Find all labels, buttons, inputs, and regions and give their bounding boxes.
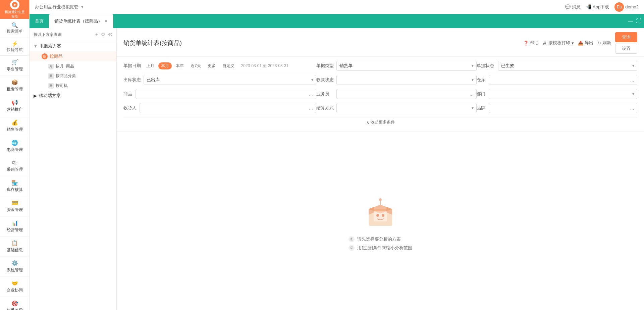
- tab-minimize-icon[interactable]: —: [628, 18, 633, 24]
- doc-status-select[interactable]: 已生效 ▾: [498, 61, 637, 71]
- tree-mobile-section[interactable]: ▶ 移动端方案: [30, 91, 116, 101]
- right-panel: 销货单统计表(按商品) ❓ 帮助 🖨 按模板打印 ▾ 📤 导出: [117, 28, 644, 310]
- filter-collect-status: 收款状态 ▾: [316, 75, 477, 85]
- sidebar-item-cooperation[interactable]: 🤝 企业协同: [0, 277, 29, 297]
- add-scheme-icon[interactable]: ＋: [94, 32, 99, 38]
- message-nav-item[interactable]: 💬 消息: [565, 4, 581, 10]
- user-nav-item[interactable]: Ea demo2: [614, 2, 639, 12]
- svg-point-8: [382, 214, 384, 217]
- basic-label: 基础信息: [7, 247, 23, 253]
- sidebar-item-basic[interactable]: 📋 基础信息: [0, 237, 29, 257]
- doc-status-arrow: ▾: [632, 63, 634, 68]
- settings-scheme-icon[interactable]: ⚙: [101, 32, 105, 38]
- retail-label: 零售管理: [7, 66, 23, 72]
- sidebar-item-finance[interactable]: 💳 资金管理: [0, 196, 29, 216]
- wholesale-label: 批发管理: [7, 87, 23, 92]
- sidebar-item-system[interactable]: ⚙️ 系统管理: [0, 257, 29, 277]
- purchase-label: 采购管理: [7, 167, 23, 172]
- wholesale-icon: 📦: [11, 79, 18, 86]
- filter-goods: 商品 …: [123, 89, 316, 99]
- sidebar-item-operation[interactable]: 📊 经营管理: [0, 216, 29, 237]
- consignee-input[interactable]: …: [140, 103, 316, 113]
- goods-input[interactable]: …: [136, 89, 316, 99]
- sales-label: 销售管理: [7, 127, 23, 133]
- query-setting-area: 查询 设置: [615, 32, 637, 54]
- warehouse-dots: …: [630, 78, 634, 83]
- filter-doc-type: 单据类型 销货单 ▾: [316, 61, 477, 71]
- tree-pc-section[interactable]: ▼ 电脑端方案: [30, 41, 116, 51]
- query-button[interactable]: 查询: [615, 32, 637, 42]
- refresh-button[interactable]: ↻ 刷新: [597, 40, 611, 46]
- cooperation-label: 企业协同: [7, 288, 23, 293]
- logo-sublabel: 标版: [11, 14, 18, 19]
- collapse-scheme-icon[interactable]: ≪: [107, 32, 112, 38]
- salesman-dots: …: [469, 92, 474, 97]
- doc-type-arrow: ▾: [472, 63, 474, 68]
- date-custom[interactable]: 自定义: [220, 62, 237, 69]
- dept-select[interactable]: ▾: [489, 89, 637, 99]
- tab-sales-stats[interactable]: 销货单统计表（按商品） ✕: [49, 14, 113, 28]
- tab-bar: 首页 销货单统计表（按商品） ✕ — ⛶: [30, 14, 644, 28]
- filter-consignee: 收货人 …: [123, 103, 316, 113]
- date-this-year[interactable]: 本年: [173, 62, 186, 69]
- sidebar-item-marketing[interactable]: 📢 营销推广: [0, 96, 29, 116]
- tree-child-by-goods[interactable]: 按 按商品: [30, 51, 116, 61]
- scheme-label: 按以下方案查询: [34, 32, 62, 38]
- sidebar-item-sales[interactable]: 💰 销售管理: [0, 116, 29, 136]
- tab-home[interactable]: 首页: [30, 14, 49, 28]
- logo[interactable]: 畅捷通好生意 标版: [0, 0, 30, 19]
- out-status-select[interactable]: 已出库 ▾: [144, 75, 316, 85]
- brand-input[interactable]: …: [489, 103, 637, 113]
- tree-sub-by-category[interactable]: 回 按商品分类: [30, 71, 116, 81]
- collapse-icon: ∧: [366, 120, 369, 125]
- doc-type-select[interactable]: 销货单 ▾: [336, 61, 477, 71]
- collapse-filter-button[interactable]: ∧ 收起更多条件: [123, 117, 637, 127]
- date-last-month[interactable]: 上月: [144, 62, 157, 69]
- dropdown-arrow[interactable]: ▾: [81, 4, 84, 9]
- settlement-select[interactable]: ▾: [336, 103, 477, 113]
- empty-illustration: [360, 191, 400, 231]
- message-icon: 💬: [565, 4, 571, 9]
- avatar: Ea: [614, 2, 624, 12]
- setting-button[interactable]: 设置: [615, 44, 637, 54]
- search-menu-item[interactable]: 🔍 搜索菜单: [0, 19, 29, 38]
- tip-text-2: 用[过滤]条件来缩小分析范围: [357, 245, 412, 251]
- collect-status-select[interactable]: ▾: [336, 75, 477, 85]
- warehouse-label: 仓库: [477, 77, 486, 83]
- sidebar-item-inventory[interactable]: 🏪 库存核算: [0, 176, 29, 196]
- app-download-nav-item[interactable]: 📲 App下载: [586, 4, 609, 10]
- sidebar-item-retail[interactable]: 🛒 零售管理: [0, 56, 29, 76]
- tree-sub-by-month-goods[interactable]: 月 按月+商品: [30, 61, 116, 71]
- tab-maximize-icon[interactable]: ⛶: [636, 18, 641, 24]
- settlement-label: 结算方式: [316, 105, 334, 111]
- driver-icon: 回: [48, 83, 54, 89]
- sidebar-item-guide[interactable]: 🎯 新手引导: [0, 297, 29, 310]
- salesman-input[interactable]: …: [336, 89, 477, 99]
- help-button[interactable]: ❓ 帮助: [523, 40, 539, 46]
- filter-salesman: 业务员 …: [316, 89, 477, 99]
- main-area: 办公用品行业模拟账套 ▾ 💬 消息 📲 App下载 Ea demo2 首页 销货…: [30, 0, 644, 310]
- message-label: 消息: [572, 4, 581, 10]
- date-this-month[interactable]: 本月: [158, 62, 172, 69]
- top-nav: 办公用品行业模拟账套 ▾ 💬 消息 📲 App下载 Ea demo2: [30, 0, 644, 14]
- date-more[interactable]: 更多: [205, 62, 218, 69]
- by-goods-label: 按商品: [50, 53, 63, 59]
- settlement-arrow: ▾: [472, 106, 474, 110]
- sidebar-item-purchase[interactable]: 🛍 采购管理: [0, 156, 29, 176]
- filter-area: 单据日期 上月 本月 本年 近7天 更多 自定义 2023-03-01 至 20…: [117, 57, 644, 132]
- warehouse-input[interactable]: …: [489, 75, 637, 85]
- panel-actions: ＋ ⚙ ≪: [94, 32, 112, 38]
- search-icon: 🔍: [0, 22, 29, 29]
- by-goods-icon: 按: [42, 53, 48, 59]
- tab-close-btn[interactable]: ✕: [104, 19, 108, 23]
- tree-sub-by-driver[interactable]: 回 按司机: [30, 81, 116, 91]
- quick-nav-item[interactable]: ⚡ 快捷导航: [0, 38, 29, 56]
- empty-tip-2: ② 用[过滤]条件来缩小分析范围: [348, 245, 412, 251]
- collapse-label: 收起更多条件: [371, 119, 395, 125]
- sidebar-item-ecommerce[interactable]: 🌐 电商管理: [0, 136, 29, 156]
- date-last-7-days[interactable]: 近7天: [188, 62, 204, 69]
- sales-icon: 💰: [11, 119, 18, 126]
- template-print-button[interactable]: 🖨 按模板打印 ▾: [543, 40, 574, 46]
- sidebar-item-wholesale[interactable]: 📦 批发管理: [0, 76, 29, 96]
- export-button[interactable]: 📤 导出: [578, 40, 593, 46]
